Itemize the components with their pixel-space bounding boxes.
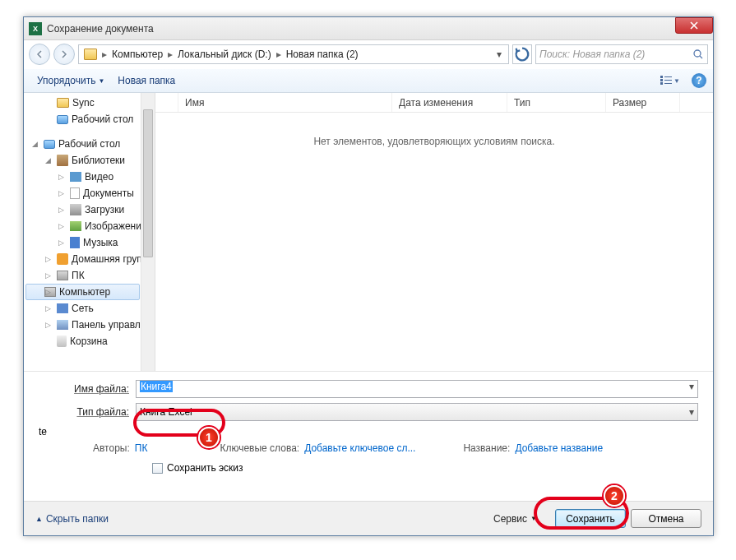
download-icon <box>70 204 81 215</box>
arrow-right-icon <box>59 49 69 59</box>
search-input[interactable]: Поиск: Новая папка (2) <box>535 44 708 64</box>
filename-value: Книга4 <box>140 381 173 392</box>
tree-homegroup[interactable]: ▷Домашняя групп <box>24 251 155 267</box>
filetype-label: Тип файла: <box>39 406 136 418</box>
tree-desktop[interactable]: Рабочий стол <box>24 111 155 127</box>
col-modified[interactable]: Дата изменения <box>392 93 507 112</box>
crumb-folder[interactable]: Новая папка (2) <box>283 49 362 60</box>
chevron-down-icon[interactable]: ▾ <box>689 381 694 392</box>
expander-icon[interactable]: ◢ <box>30 140 39 148</box>
library-icon <box>57 155 68 166</box>
hide-folders-button[interactable]: ▲ Скрыть папки <box>35 513 109 525</box>
close-button[interactable] <box>675 17 713 34</box>
tree-scrollbar[interactable] <box>141 93 155 371</box>
titlebar: X Сохранение документа <box>24 17 713 40</box>
save-button[interactable]: Сохранить <box>555 509 626 528</box>
breadcrumb[interactable]: ▸ Компьютер ▸ Локальный диск (D:) ▸ Нова… <box>78 44 509 64</box>
tree-video[interactable]: ▷Видео <box>24 169 155 185</box>
expander-icon[interactable]: ▷ <box>57 222 65 230</box>
tree-documents[interactable]: ▷Документы <box>24 185 155 201</box>
arrow-left-icon <box>35 49 44 59</box>
expander-icon[interactable]: ◢ <box>44 156 52 164</box>
document-icon <box>70 187 80 199</box>
toolbar: Упорядочить ▼ Новая папка ▼ ? <box>24 68 713 93</box>
filename-label: Имя файла: <box>39 383 136 395</box>
body-split: Sync Рабочий стол ◢Рабочий стол ◢Библиот… <box>24 93 713 371</box>
tree-pc[interactable]: ▷ПК <box>24 267 155 284</box>
expander-icon[interactable]: ▷ <box>44 304 52 312</box>
col-size[interactable]: Размер <box>606 93 680 112</box>
col-name[interactable]: Имя <box>178 93 392 112</box>
search-placeholder: Поиск: Новая папка (2) <box>539 49 645 60</box>
expander-icon[interactable]: ▷ <box>44 255 52 263</box>
tree-desktop-root[interactable]: ◢Рабочий стол <box>24 136 155 152</box>
network-icon <box>57 303 68 313</box>
tree-recyclebin[interactable]: Корзина <box>24 333 155 349</box>
empty-message: Нет элементов, удовлетворяющих условиям … <box>155 113 713 147</box>
tree-controlpanel[interactable]: ▷Панель управле <box>24 317 155 333</box>
expander-icon[interactable]: ▷ <box>57 238 65 247</box>
forward-button[interactable] <box>53 44 75 65</box>
refresh-icon <box>513 45 531 63</box>
tree-libraries[interactable]: ◢Библиотеки <box>24 152 155 169</box>
authors-value[interactable]: ПК <box>135 442 148 454</box>
chevron-right-icon: ▸ <box>275 49 283 60</box>
cancel-button[interactable]: Отмена <box>631 509 701 528</box>
nav-tree[interactable]: Sync Рабочий стол ◢Рабочий стол ◢Библиот… <box>24 93 155 371</box>
tree-music[interactable]: ▷Музыка <box>24 234 155 251</box>
filetype-combo[interactable]: Книга Excel ▾ <box>136 403 698 421</box>
chevron-up-icon: ▲ <box>35 515 43 523</box>
crumb-drive[interactable]: Локальный диск (D:) <box>174 49 275 60</box>
thumbnail-label: Сохранить эскиз <box>167 462 243 474</box>
svg-rect-4 <box>664 76 672 77</box>
col-type[interactable]: Тип <box>507 93 606 112</box>
folder-icon <box>84 49 97 60</box>
organize-button[interactable]: Упорядочить ▼ <box>30 72 111 90</box>
folder-icon <box>57 98 69 108</box>
back-button[interactable] <box>29 44 50 65</box>
save-dialog: X Сохранение документа ▸ Компьютер ▸ Лок… <box>23 16 714 536</box>
homegroup-icon <box>57 253 68 265</box>
tree-network[interactable]: ▷Сеть <box>24 300 155 317</box>
title-label: Название: <box>463 442 510 454</box>
music-icon <box>70 237 80 248</box>
thumbnail-checkbox[interactable] <box>152 463 163 474</box>
expander-icon[interactable]: ▷ <box>44 321 52 329</box>
svg-rect-5 <box>664 80 672 81</box>
crumb-computer[interactable]: Компьютер <box>109 49 166 60</box>
breadcrumb-dropdown[interactable]: ▾ <box>492 49 507 60</box>
desktop-icon <box>44 140 55 149</box>
expander-icon[interactable]: ▷ <box>57 189 65 197</box>
expander-icon[interactable]: ▷ <box>57 173 65 181</box>
tree-downloads[interactable]: ▷Загрузки <box>24 201 155 218</box>
video-icon <box>70 172 81 182</box>
search-icon <box>692 49 704 60</box>
view-button[interactable]: ▼ <box>655 72 685 89</box>
expander-icon[interactable]: ▷ <box>57 206 65 214</box>
keywords-value[interactable]: Добавьте ключевое сл... <box>304 442 415 454</box>
chevron-down-icon: ▼ <box>674 77 680 85</box>
svg-point-0 <box>694 50 701 57</box>
expander-icon[interactable]: ▷ <box>44 271 52 280</box>
expander-icon[interactable]: ▷ <box>44 288 52 296</box>
service-button[interactable]: Сервис ▼ <box>493 513 537 525</box>
new-folder-button[interactable]: Новая папка <box>111 72 182 90</box>
col-icon[interactable] <box>155 93 178 112</box>
tree-images[interactable]: ▷Изображения <box>24 218 155 234</box>
scrollbar-thumb[interactable] <box>143 109 153 257</box>
tree-sync[interactable]: Sync <box>24 95 155 111</box>
title-value[interactable]: Добавьте название <box>515 442 603 454</box>
tree-computer[interactable]: ▷Компьютер <box>25 284 140 300</box>
file-listing: Имя Дата изменения Тип Размер Нет элемен… <box>155 93 713 371</box>
controlpanel-icon <box>57 320 68 330</box>
footer: ▲ Скрыть папки Сервис ▼ Сохранить Отмена <box>24 501 713 535</box>
refresh-button[interactable] <box>512 44 532 64</box>
list-header: Имя Дата изменения Тип Размер <box>155 93 713 113</box>
filename-input[interactable]: Книга4 ▾ <box>136 380 698 398</box>
svg-rect-1 <box>660 76 663 78</box>
keywords-label: Ключевые слова: <box>220 442 299 454</box>
chevron-down-icon: ▼ <box>530 515 537 522</box>
chevron-right-icon: ▸ <box>166 49 174 60</box>
help-button[interactable]: ? <box>692 73 706 88</box>
save-form: Имя файла: Книга4 ▾ Тип файла: Книга Exc… <box>24 371 713 477</box>
